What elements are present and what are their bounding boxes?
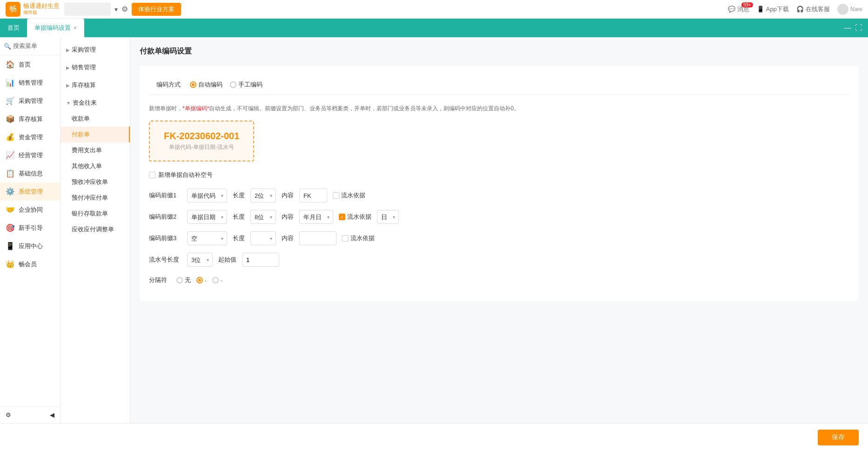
sidebar-item-sales[interactable]: 📊 销售管理 (0, 74, 60, 92)
sidebar-item-operation[interactable]: 📈 经营管理 (0, 146, 60, 164)
prefix1-serial-check[interactable]: 流水依据 (333, 191, 365, 200)
sidebar: 🔍 搜索菜单 🏠 首页 📊 销售管理 🛒 采购管理 📦 库存核算 💰 (0, 37, 61, 423)
settings-btn[interactable]: ⚙ (121, 5, 128, 13)
sub-item-prepay-receivable[interactable]: 预收冲应收单 (61, 174, 130, 190)
prefix3-length-label: 长度 (233, 234, 245, 242)
tab-maximize-btn[interactable]: ⛶ (855, 24, 862, 32)
prefix2-length-select[interactable]: 8位 2位 4位 (250, 210, 276, 224)
sales-icon: 📊 (6, 78, 15, 87)
sep-dash-dot (212, 277, 219, 283)
sidebar-item-inventory[interactable]: 📦 库存核算 (0, 110, 60, 128)
sub-group-purchase-title[interactable]: ▶ 采购管理 (61, 42, 130, 58)
sidebar-nav: 🏠 首页 📊 销售管理 🛒 采购管理 📦 库存核算 💰 资金管理 📈 经 (0, 55, 60, 406)
save-button[interactable]: 保存 (818, 430, 859, 445)
member-icon: 👑 (6, 260, 15, 269)
logo-text: 畅通通好生意 插件版 (23, 2, 60, 16)
tab-home[interactable]: 首页 (0, 19, 27, 37)
sidebar-item-system[interactable]: ⚙️ 系统管理 (0, 182, 60, 201)
sub-group-finance: ▼ 资金往来 收款单 付款单 费用支出单 其他收入单 预收冲应收单 预付冲应付单… (61, 95, 130, 237)
tab-current[interactable]: 单据编码设置 × (27, 19, 84, 37)
prefix3-serial-check[interactable]: 流水依据 (342, 234, 375, 242)
auto-code-radio[interactable]: 自动编码 (190, 81, 222, 89)
code-preview-box: FK-20230602-001 单据代码-单据日期-流水号 (149, 121, 254, 162)
user-area[interactable]: Nare (837, 4, 862, 15)
serial-row: 流水号长度 3位 4位 5位 起始值 (149, 253, 849, 267)
prefix3-select[interactable]: 空 单据代码 单据日期 (187, 231, 227, 245)
prefix1-row: 编码前缀1 单据代码 单据日期 空 长度 2位 4位 8位 内容 (149, 188, 849, 202)
sidebar-item-apps[interactable]: 📱 应用中心 (0, 237, 60, 255)
sub-group-inventory-title[interactable]: ▶ 库存核算 (61, 77, 130, 93)
prefix1-label: 编码前缀1 (149, 191, 182, 200)
start-value-label: 起始值 (218, 256, 236, 264)
prefix2-serial-check[interactable]: ✓ 流水依据 (339, 213, 371, 221)
sidebar-item-member[interactable]: 👑 畅会员 (0, 255, 60, 273)
arrow-right-icon: ▶ (66, 65, 70, 70)
prefix1-length-select[interactable]: 2位 4位 8位 (250, 188, 276, 202)
prefix2-select-wrapper: 单据日期 单据代码 空 (187, 210, 227, 224)
arrow-down-btn[interactable]: ▾ (114, 6, 118, 13)
prefix1-length-wrapper: 2位 4位 8位 (250, 188, 276, 202)
sub-item-other-income[interactable]: 其他收入单 (61, 158, 130, 174)
settings-bottom-icon[interactable]: ⚙ (6, 411, 11, 418)
content-area: 付款单编码设置 编码方式 自动编码 手工编码 新增单据时，* (130, 37, 868, 423)
sub-group-sales: ▶ 销售管理 (61, 60, 130, 75)
sidebar-item-purchase[interactable]: 🛒 采购管理 (0, 92, 60, 110)
collapse-btn[interactable]: ◀ (50, 411, 54, 418)
sep-none-dot (176, 277, 183, 283)
prefix2-select[interactable]: 单据日期 单据代码 空 (187, 210, 227, 224)
trial-button[interactable]: 体验行业方案 (132, 3, 181, 16)
auto-fill-checkbox[interactable] (149, 172, 155, 178)
sidebar-item-home[interactable]: 🏠 首页 (0, 55, 60, 74)
sub-item-receipt[interactable]: 收款单 (61, 111, 130, 127)
main-layout: 🔍 搜索菜单 🏠 首页 📊 销售管理 🛒 采购管理 📦 库存核算 💰 (0, 37, 868, 423)
messages-btn[interactable]: 💬 消息 99+ (728, 5, 749, 13)
app-download-btn[interactable]: 📱 App下载 (757, 5, 789, 13)
serial-length-select[interactable]: 3位 4位 5位 (187, 253, 213, 267)
prefix2-period-select[interactable]: 日 月 年 (377, 210, 399, 224)
sub-item-prepay-payable[interactable]: 预付冲应付单 (61, 190, 130, 206)
message-badge: 99+ (741, 2, 753, 7)
sep-none-radio[interactable]: 无 (176, 276, 191, 284)
sidebar-item-guide[interactable]: 🎯 新手引导 (0, 219, 60, 237)
start-value-input[interactable] (242, 253, 279, 267)
home-icon: 🏠 (6, 60, 15, 69)
user-avatar (837, 4, 848, 15)
manual-code-radio[interactable]: 手工编码 (230, 81, 262, 89)
prefix3-length-select[interactable]: 2位 4位 (250, 231, 276, 245)
sub-item-bank-deposit[interactable]: 银行存取款单 (61, 206, 130, 222)
sep-dash-radio[interactable]: · (212, 277, 222, 284)
top-bar-right: 💬 消息 99+ 📱 App下载 🎧 在线客服 Nare (728, 4, 862, 15)
operation-icon: 📈 (6, 151, 15, 160)
basic-icon: 📋 (6, 169, 15, 178)
sidebar-item-enterprise[interactable]: 🤝 企业协同 (0, 201, 60, 219)
search-icon: 🔍 (4, 43, 11, 50)
online-service-btn[interactable]: 🎧 在线客服 (796, 5, 830, 13)
system-icon: ⚙️ (6, 187, 15, 196)
search-menu[interactable]: 🔍 搜索菜单 (0, 37, 60, 55)
sidebar-item-basic[interactable]: 📋 基础信息 (0, 164, 60, 182)
sub-item-adjust[interactable]: 应收应付调整单 (61, 222, 130, 237)
service-icon: 🎧 (796, 6, 804, 13)
sidebar-item-finance[interactable]: 💰 资金管理 (0, 128, 60, 146)
prefix1-select[interactable]: 单据代码 单据日期 空 (187, 188, 227, 202)
arrow-right-icon: ▶ (66, 83, 70, 88)
message-icon: 💬 (728, 6, 735, 13)
page-title: 付款单编码设置 (140, 47, 859, 56)
prefix3-label: 编码前缀3 (149, 234, 182, 242)
prefix2-label: 编码前缀2 (149, 213, 182, 221)
prefix2-content-select[interactable]: 年月日 年月 年 (299, 210, 333, 224)
sub-item-expense[interactable]: 费用支出单 (61, 142, 130, 158)
tab-minimize-btn[interactable]: — (844, 24, 851, 32)
manual-code-radio-dot (230, 81, 236, 88)
tab-close-btn[interactable]: × (74, 25, 77, 31)
sub-group-finance-title[interactable]: ▼ 资金往来 (61, 95, 130, 111)
arrow-right-icon: ▶ (66, 47, 70, 53)
top-bar-actions: ▾ ⚙ 体验行业方案 (64, 3, 181, 16)
sub-item-payment[interactable]: 付款单 (61, 127, 130, 142)
coding-method-radios: 自动编码 手工编码 (190, 81, 262, 89)
sub-group-sales-title[interactable]: ▶ 销售管理 (61, 60, 130, 75)
search-bar[interactable] (64, 3, 111, 16)
prefix1-serial-checkbox (333, 192, 339, 199)
sep-dot-radio[interactable]: · (196, 277, 207, 284)
serial-length-label: 流水号长度 (149, 256, 182, 264)
